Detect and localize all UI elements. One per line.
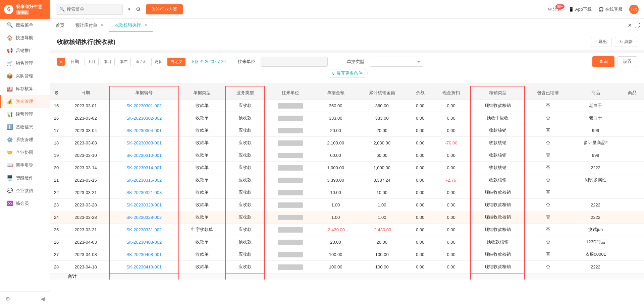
cell-amount: 100.00 [316, 248, 356, 261]
expand-filter-btn[interactable]: » [57, 58, 65, 66]
sidebar-item-sales[interactable]: 🛒 销售管理 [0, 57, 50, 70]
doc-no-link[interactable]: SK-20230302-002 [126, 116, 162, 121]
cell-accum-amount: 60.00 [356, 149, 409, 162]
more-date-btn[interactable]: 更多 [151, 58, 165, 66]
custom-date-btn[interactable]: 自定义 [167, 58, 185, 66]
cell-discount: 0.00 [432, 261, 471, 273]
sidebar-item-inventory[interactable]: 🏭 库存核算 [0, 82, 50, 95]
close-pre-receipt-tab[interactable]: ✕ [101, 23, 104, 27]
settings-icon[interactable]: ⚙ [5, 296, 10, 302]
sidebar-item-hardware[interactable]: 🖥️ 智能硬件 [0, 172, 50, 184]
setting-btn[interactable]: 设置 [617, 56, 637, 67]
th-biz-type: 业务类型 [225, 86, 265, 100]
cell-discount: 0.00 [432, 211, 471, 224]
system-icon: ⚙️ [6, 137, 13, 143]
cell-amount: 333.00 [316, 112, 356, 124]
last7days-btn[interactable]: 近7天 [133, 58, 149, 66]
cell-clear-type: 收款核销 [471, 149, 525, 162]
doc-no-link[interactable]: SK-20230304-001 [126, 128, 162, 133]
th-gear[interactable]: ⚙ [50, 86, 62, 100]
sidebar-item-search[interactable]: 🔍 搜索菜单 [0, 19, 50, 32]
cell-settled: 否 [525, 137, 571, 149]
doc-no-link[interactable]: SK-20230310-001 [126, 153, 162, 158]
sidebar-item-member[interactable]: ♾️ 畅会员 [0, 197, 50, 210]
content-area: 收款核销执行(按收款) ↑ 导出 ↻ 刷新 » 日期 上月 本月 [50, 32, 644, 306]
partner-input[interactable] [261, 57, 328, 67]
tab-receipt-exec[interactable]: 收款核销执行 ✕ [109, 19, 153, 32]
cell-product2 [621, 199, 644, 211]
maximize-tab-btn[interactable]: ⛶ [635, 22, 640, 28]
app-download-btn[interactable]: 📱 App下载 [569, 6, 592, 12]
cell-seq: 17 [50, 124, 62, 137]
expand-more-btn[interactable]: ∨ 展开更多条件 [327, 69, 368, 78]
sidebar-item-finance[interactable]: 💰 资金管理 [0, 95, 50, 108]
cell-partner: ████████ [265, 162, 316, 174]
table-row: 17 2023-03-04 SK-20230304-001 收款单 应收款 ██… [50, 124, 644, 137]
cell-discount: 0.00 [432, 248, 471, 261]
cell-product1: 2222 [571, 162, 621, 174]
close-tab-btn[interactable]: ✕ [628, 22, 632, 28]
tab-pre-receipt[interactable]: 预计应付单 ✕ [70, 19, 109, 32]
doc-no-link[interactable]: SK-20230328-002 [126, 215, 162, 220]
doc-no-link[interactable]: SK-20230321-003 [126, 190, 162, 195]
cell-biz-type: 应收款 [225, 261, 265, 273]
refresh-btn[interactable]: ↻ 刷新 [615, 37, 637, 47]
cell-product1: 2222 [571, 199, 621, 211]
cell-doc-type: 收款单 [179, 199, 225, 211]
cell-settled: 否 [525, 186, 571, 199]
gear-icon[interactable]: ⚙ [136, 6, 141, 12]
search-icon: 🔍 [59, 7, 65, 12]
doc-no-link[interactable]: SK-20230328-001 [126, 202, 162, 207]
cell-product1: 测试jun [571, 224, 621, 236]
cell-accum-amount: 100.00 [356, 248, 409, 261]
doc-no-link[interactable]: SK-20230403-002 [126, 240, 162, 245]
doc-no-link[interactable]: SK-20230314-001 [126, 165, 162, 170]
message-btn[interactable]: ✉ 消息 99+ [548, 6, 562, 12]
doc-no-link[interactable]: SK-20230301-002 [126, 103, 162, 108]
cell-partner: ████████ [265, 112, 316, 124]
sidebar-item-system[interactable]: ⚙️ 系统管理 [0, 133, 50, 146]
table-wrapper: ⚙ 日期 单据编号 单据类型 业务类型 往来单位 单据金额 累计核销金额 余额 … [50, 86, 644, 306]
close-receipt-exec-tab[interactable]: ✕ [144, 23, 147, 27]
cell-balance: 0.00 [409, 236, 432, 248]
online-service-btn[interactable]: 🎧 在线客服 [598, 6, 623, 12]
sidebar-item-marketing[interactable]: 📢 营销推广 [0, 44, 50, 57]
sidebar-item-guide[interactable]: 📖 新手引导 [0, 159, 50, 172]
user-avatar[interactable]: Rit [629, 5, 639, 14]
collapse-icon[interactable]: ◀ [41, 296, 45, 302]
industry-btn[interactable]: 体验行业方案 [146, 4, 183, 14]
table-row: 16 2023-03-02 SK-20230302-002 收款单 预收款 ██… [50, 112, 644, 124]
doc-type-select[interactable] [370, 57, 423, 67]
sidebar-item-basic[interactable]: ℹ️ 基础信息 [0, 121, 50, 133]
sidebar-item-enterprise[interactable]: 🤝 企业协同 [0, 146, 50, 159]
query-btn[interactable]: 查询 [592, 56, 614, 67]
last-month-btn[interactable]: 上月 [85, 58, 99, 66]
sidebar-item-wechat[interactable]: 💬 企业微信 [0, 184, 50, 197]
cell-biz-type: 应收款 [225, 124, 265, 137]
this-month-btn[interactable]: 本月 [101, 58, 115, 66]
doc-no-link[interactable]: SK-20230418-001 [126, 264, 162, 269]
tab-home[interactable]: 首页 [50, 19, 70, 32]
cell-doc-no: SK-20230302-002 [109, 112, 179, 124]
dropdown-arrow[interactable]: ▾ [128, 7, 130, 12]
cell-accum-amount: 20.00 [356, 236, 409, 248]
sidebar-item-operations[interactable]: 📊 经营管理 [0, 108, 50, 121]
search-box: 🔍 [56, 4, 123, 15]
export-btn[interactable]: ↑ 导出 [591, 37, 612, 47]
doc-no-link[interactable]: SK-20230308-001 [126, 140, 162, 145]
cell-balance: 0.00 [409, 199, 432, 211]
doc-no-link[interactable]: SK-20230331-002 [126, 227, 162, 232]
sidebar-item-quick-nav[interactable]: 🏠 快捷导航 [0, 32, 50, 44]
cell-product2 [621, 261, 644, 273]
filter-bar: » 日期 上月 本月 本年 近7天 更多 自定义 不限 至 2023-07-26… [50, 53, 644, 83]
search-input[interactable] [67, 7, 114, 12]
cell-clear-type: 现结收款核销 [471, 100, 525, 112]
this-year-btn[interactable]: 本年 [117, 58, 131, 66]
doc-no-link[interactable]: SK-20230408-001 [126, 252, 162, 257]
sidebar-item-purchase[interactable]: 📦 采购管理 [0, 70, 50, 82]
cell-date: 2023-03-02 [62, 112, 109, 124]
cell-accum-amount: 3,387.24 [356, 174, 409, 186]
cell-balance: 0.00 [409, 261, 432, 273]
cell-discount: 0.00 [432, 199, 471, 211]
doc-no-link[interactable]: SK-20230315-002 [126, 178, 162, 183]
